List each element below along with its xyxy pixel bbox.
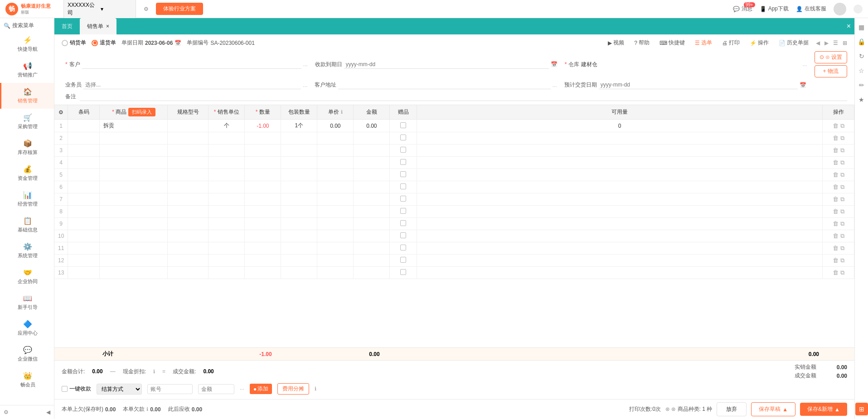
row-spec[interactable] xyxy=(168,193,209,206)
row-pkg-qty[interactable] xyxy=(281,144,317,157)
toolbar-select[interactable]: ☰ 选单 xyxy=(692,38,715,48)
row-unit[interactable] xyxy=(209,218,245,230)
row-amount[interactable] xyxy=(354,193,390,206)
row-price[interactable] xyxy=(317,132,354,144)
row-qty[interactable] xyxy=(245,230,281,242)
row-barcode[interactable] xyxy=(68,218,100,230)
row-amount[interactable]: 0.00 xyxy=(354,120,390,132)
row-price[interactable] xyxy=(317,169,354,181)
row-spec[interactable] xyxy=(168,267,209,279)
row-qty[interactable] xyxy=(245,181,281,193)
row-product[interactable] xyxy=(100,132,168,144)
row-delete-icon[interactable]: 🗑 xyxy=(833,135,839,142)
row-amount[interactable] xyxy=(354,132,390,144)
row-spec[interactable] xyxy=(168,218,209,230)
right-panel-orange[interactable]: ⊞ xyxy=(855,403,868,415)
tab-close-icon[interactable]: × xyxy=(106,23,109,29)
row-gift[interactable] xyxy=(390,144,417,157)
row-pkg-qty[interactable] xyxy=(281,206,317,218)
sidebar-item-quick-nav[interactable]: ⚡ 快捷导航 xyxy=(0,31,54,57)
row-gift[interactable] xyxy=(390,132,417,144)
row-amount[interactable] xyxy=(354,157,390,169)
row-unit[interactable] xyxy=(209,169,245,181)
row-amount[interactable] xyxy=(354,181,390,193)
row-spec[interactable] xyxy=(168,206,209,218)
logistics-btn[interactable]: + 物流 xyxy=(815,65,847,77)
nav-next[interactable]: ▶ xyxy=(824,40,829,46)
nav-prev[interactable]: ◀ xyxy=(816,40,820,46)
row-unit[interactable] xyxy=(209,230,245,242)
fee-split-btn[interactable]: 费用分摊 xyxy=(277,383,309,395)
one-click-checkbox[interactable]: 一键收款 xyxy=(62,385,91,393)
settings-bottom-icon[interactable]: ⚙ xyxy=(4,409,9,415)
row-unit[interactable] xyxy=(209,144,245,157)
row-qty[interactable] xyxy=(245,193,281,206)
row-price[interactable] xyxy=(317,181,354,193)
row-gift[interactable] xyxy=(390,206,417,218)
discard-btn[interactable]: 放弃 xyxy=(717,402,747,416)
radio-sales-dot[interactable] xyxy=(62,40,68,46)
row-amount[interactable] xyxy=(354,206,390,218)
row-product[interactable] xyxy=(100,193,168,206)
row-barcode[interactable] xyxy=(68,181,100,193)
row-spec[interactable] xyxy=(168,132,209,144)
row-barcode[interactable] xyxy=(68,242,100,255)
radio-return-dot[interactable] xyxy=(92,40,98,46)
row-amount[interactable] xyxy=(354,230,390,242)
row-copy-icon[interactable]: ⧉ xyxy=(840,183,844,191)
right-panel-star[interactable]: ★ xyxy=(856,94,867,105)
toolbar-history[interactable]: 📄 历史单据 xyxy=(776,38,811,48)
row-amount[interactable] xyxy=(354,144,390,157)
row-spec[interactable] xyxy=(168,120,209,132)
row-barcode[interactable] xyxy=(68,132,100,144)
th-settings[interactable]: ⚙ xyxy=(54,105,68,120)
row-copy-icon[interactable]: ⧉ xyxy=(840,269,844,276)
right-panel-grid[interactable]: ▦ xyxy=(856,22,867,33)
scan-btn[interactable]: 扫码录入 xyxy=(128,108,155,116)
row-unit[interactable] xyxy=(209,267,245,279)
row-copy-icon[interactable]: ⧉ xyxy=(840,171,844,178)
row-copy-icon[interactable]: ⧉ xyxy=(840,147,844,154)
row-price[interactable] xyxy=(317,218,354,230)
row-delete-icon[interactable]: 🗑 xyxy=(833,171,839,178)
amount-input[interactable] xyxy=(198,384,234,394)
sidebar-item-inventory[interactable]: 📦 库存核算 xyxy=(0,135,54,160)
row-pkg-qty[interactable] xyxy=(281,169,317,181)
row-price[interactable] xyxy=(317,193,354,206)
row-spec[interactable] xyxy=(168,242,209,255)
row-product[interactable] xyxy=(100,255,168,267)
save-new-btn[interactable]: 保存&新增 ▲ xyxy=(800,403,847,416)
row-copy-icon[interactable]: ⧉ xyxy=(840,232,844,240)
row-delete-icon[interactable]: 🗑 xyxy=(833,196,839,203)
toolbar-shortcut[interactable]: ⌨ 快捷键 xyxy=(657,38,688,48)
row-delete-icon[interactable]: 🗑 xyxy=(833,183,839,191)
save-draft-btn[interactable]: 保存草稿 ▲ xyxy=(751,402,795,416)
row-product[interactable]: 拆贡 xyxy=(100,120,168,132)
one-click-cb[interactable] xyxy=(62,386,68,392)
row-unit[interactable] xyxy=(209,181,245,193)
row-pkg-qty[interactable] xyxy=(281,181,317,193)
sidebar-item-member[interactable]: 👑 畅会员 xyxy=(0,367,54,393)
table-container[interactable]: ⚙ 条码 * 商品 扫码录入 xyxy=(54,105,854,347)
row-pkg-qty[interactable] xyxy=(281,193,317,206)
row-price[interactable] xyxy=(317,157,354,169)
toolbar-help[interactable]: ? 帮助 xyxy=(631,38,652,48)
notes-input[interactable] xyxy=(80,92,847,101)
row-product[interactable] xyxy=(100,267,168,279)
row-copy-icon[interactable]: ⧉ xyxy=(840,135,844,142)
row-product[interactable] xyxy=(100,230,168,242)
row-amount[interactable] xyxy=(354,255,390,267)
row-product[interactable] xyxy=(100,181,168,193)
row-barcode[interactable] xyxy=(68,267,100,279)
sidebar-search[interactable]: 🔍 搜索菜单 xyxy=(0,18,54,31)
row-barcode[interactable] xyxy=(68,255,100,267)
row-amount[interactable] xyxy=(354,218,390,230)
toolbar-video[interactable]: ▶ 视频 xyxy=(605,38,627,48)
sidebar-item-enterprise[interactable]: 🤝 企业协同 xyxy=(0,264,54,289)
add-btn[interactable]: ● 添加 xyxy=(250,384,272,394)
row-gift[interactable] xyxy=(390,169,417,181)
row-product[interactable] xyxy=(100,242,168,255)
grid-view-icon[interactable]: ⊞ xyxy=(843,40,847,46)
row-barcode[interactable] xyxy=(68,206,100,218)
row-price[interactable] xyxy=(317,255,354,267)
